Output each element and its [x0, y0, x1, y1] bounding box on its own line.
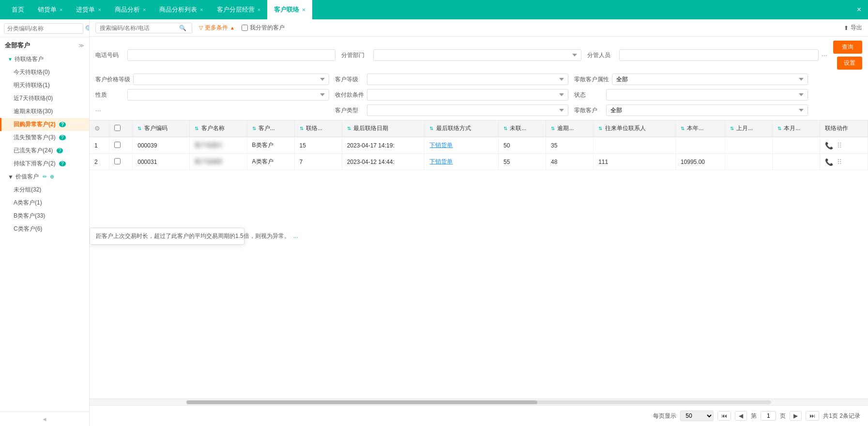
- action-phone-icon-2[interactable]: 📞: [825, 158, 833, 166]
- page-prev-button[interactable]: ◀: [735, 411, 747, 421]
- filter-select-retail-attr[interactable]: 全部: [612, 73, 808, 85]
- action-phone-icon-1[interactable]: 📞: [825, 142, 833, 149]
- filter-more-button[interactable]: ▽ 更多条件 ▲: [196, 22, 238, 33]
- sidebar-item-b-class[interactable]: B类客户(33): [0, 209, 89, 222]
- page-last-button[interactable]: ⏭: [806, 411, 819, 421]
- td-name-1: 客户名称A: [190, 137, 247, 154]
- export-button[interactable]: ⬆ 导出: [844, 24, 862, 32]
- page-first-button[interactable]: ⏮: [717, 411, 731, 421]
- td-method-link-2[interactable]: 下销货单: [429, 158, 453, 165]
- page-label: 第: [751, 412, 757, 420]
- sidebar-item-already-lost[interactable]: 已流失客户(24) ?: [0, 144, 89, 157]
- my-customers-checkbox-label[interactable]: 我分管的客户: [242, 24, 285, 32]
- th-last-month[interactable]: ⇅ 上月...: [725, 120, 772, 137]
- repurchase-help-icon[interactable]: ?: [59, 122, 66, 127]
- action-icons-2: 📞 ⠿: [825, 158, 863, 166]
- scroll-track[interactable]: [186, 400, 771, 404]
- per-page-select[interactable]: 50 100 200: [680, 411, 714, 421]
- nav-home[interactable]: 首页: [5, 0, 31, 19]
- action-menu-icon-2[interactable]: ⠿: [837, 158, 842, 166]
- row2-checkbox[interactable]: [114, 158, 121, 164]
- nav-close-purchase-order[interactable]: ×: [98, 7, 101, 13]
- nav-customer-contact[interactable]: 客户联络 ×: [267, 0, 312, 19]
- sidebar-pending-triangle: ▼: [8, 57, 13, 62]
- th-uncontacted-days[interactable]: ⇅ 未联...: [499, 120, 546, 137]
- horizontal-scrollbar[interactable]: [90, 398, 868, 405]
- nav-customer-segmentation[interactable]: 客户分层经营 ×: [210, 0, 267, 19]
- table-select-all-checkbox[interactable]: [114, 125, 121, 131]
- th-last-contact-method[interactable]: ⇅ 最后联络方式: [425, 120, 499, 137]
- settings-button[interactable]: 设置: [837, 57, 862, 70]
- sidebar-item-lost-warning[interactable]: 流失预警客户(3) ?: [0, 131, 89, 144]
- th-customer-type[interactable]: ⇅ 客户...: [247, 120, 294, 137]
- nav-close-all-button[interactable]: ×: [857, 5, 861, 14]
- row1-checkbox[interactable]: [114, 142, 121, 148]
- query-button[interactable]: 查询: [833, 41, 862, 54]
- sidebar-item-repurchase-abnormal[interactable]: 回购异常客户(2) ?: [0, 118, 89, 131]
- filter-cell-retail-customer: 零散客户 全部: [574, 104, 808, 116]
- filter-select-status[interactable]: [606, 89, 808, 101]
- filter-select-price-grade[interactable]: [133, 73, 329, 85]
- sidebar-item-unclassified[interactable]: 未分组(32): [0, 183, 89, 196]
- filter-search-icon[interactable]: 🔍: [179, 25, 186, 31]
- nav-close-product-analysis[interactable]: ×: [143, 7, 146, 13]
- filter-manager-dots[interactable]: ···: [822, 51, 827, 59]
- th-contact-count[interactable]: ⇅ 联络...: [294, 120, 342, 137]
- filter-select-retail-customer[interactable]: 全部: [606, 104, 808, 116]
- sidebar-pending-group[interactable]: ▼ 待联络客户: [0, 53, 89, 66]
- sidebar-value-group[interactable]: ▼ 价值客户 ✏ ⊕: [0, 170, 89, 183]
- sidebar-item-7days[interactable]: 近7天待联络(0): [0, 92, 89, 105]
- already-lost-help-icon[interactable]: ?: [57, 148, 63, 153]
- nav-close-customer-contact[interactable]: ×: [302, 7, 305, 13]
- filter-input-manager[interactable]: [619, 49, 819, 61]
- page-number-input[interactable]: [761, 411, 776, 421]
- sidebar-item-today[interactable]: 今天待联络(0): [0, 66, 89, 79]
- nav-product-analysis[interactable]: 商品分析 ×: [108, 0, 152, 19]
- th-name[interactable]: ⇅ 客户名称: [190, 120, 247, 137]
- sidebar-value-edit-icon[interactable]: ✏: [43, 174, 47, 180]
- th-overdue-days[interactable]: ⇅ 逾期...: [546, 120, 594, 137]
- filter-select-customer-grade[interactable]: [367, 73, 569, 85]
- filter-select-dept[interactable]: [373, 49, 581, 61]
- sidebar-bottom-arrow[interactable]: ◄: [0, 411, 89, 426]
- th-code[interactable]: ⇅ 客户编码: [133, 120, 190, 137]
- th-last-contact-date[interactable]: ⇅ 最后联络日期: [342, 120, 425, 137]
- th-contact-person[interactable]: ⇅ 往来单位联系人: [594, 120, 676, 137]
- nav-sales-order[interactable]: 销货单 ×: [31, 0, 69, 19]
- nav-purchase-order[interactable]: 进货单 ×: [69, 0, 107, 19]
- th-current-month[interactable]: ⇅ 本月...: [772, 120, 820, 137]
- scroll-thumb[interactable]: [186, 400, 537, 404]
- filter-select-nature[interactable]: [127, 89, 329, 101]
- filter-select-payment[interactable]: [367, 89, 569, 101]
- nav-product-analysis-list[interactable]: 商品分析列表 ×: [152, 0, 210, 19]
- th-year-sort-icon: ⇅: [681, 126, 685, 131]
- sidebar-search-input[interactable]: [4, 23, 83, 34]
- nav-close-product-analysis-list[interactable]: ×: [200, 7, 203, 13]
- filter-label-nature: 性质: [95, 91, 124, 99]
- action-menu-icon-1[interactable]: ⠿: [837, 142, 842, 149]
- sidebar-item-declining[interactable]: 持续下滑客户(2) ?: [0, 157, 89, 170]
- lost-warning-help-icon[interactable]: ?: [59, 135, 66, 140]
- sidebar-value-add-icon[interactable]: ⊕: [50, 174, 54, 180]
- filter-select-customer-type[interactable]: [367, 104, 569, 116]
- my-customers-checkbox[interactable]: [242, 25, 248, 31]
- sidebar-item-overdue[interactable]: 逾期未联络(30): [0, 105, 89, 118]
- td-uncontacted-1: 50: [499, 137, 546, 154]
- declining-help-icon[interactable]: ?: [59, 161, 66, 166]
- sidebar-all-customers[interactable]: 全部客户 ≫: [0, 37, 89, 53]
- th-current-year[interactable]: ⇅ 本年...: [675, 120, 725, 137]
- table-settings-icon[interactable]: ⚙: [94, 125, 100, 132]
- nav-close-sales-order[interactable]: ×: [60, 7, 62, 13]
- filter-input-phone[interactable]: [127, 49, 335, 61]
- sidebar-item-tomorrow[interactable]: 明天待联络(1): [0, 79, 89, 92]
- filter-dots-expand[interactable]: ···: [95, 106, 101, 114]
- page-next-button[interactable]: ▶: [790, 411, 802, 421]
- sidebar-collapse-icon[interactable]: ≫: [78, 43, 84, 49]
- filter-search-input[interactable]: [100, 25, 177, 31]
- td-contact-person-2: 111: [594, 154, 676, 170]
- sidebar-search-icon[interactable]: 🔍: [85, 25, 90, 32]
- sidebar-item-c-class[interactable]: C类客户(6): [0, 222, 89, 235]
- td-method-link-1[interactable]: 下销货单: [429, 142, 453, 148]
- sidebar-item-a-class[interactable]: A类客户(1): [0, 196, 89, 209]
- nav-close-customer-segmentation[interactable]: ×: [258, 7, 260, 13]
